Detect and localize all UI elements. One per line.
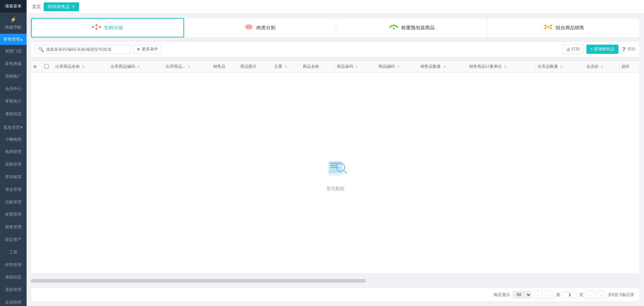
sidebar-item-basic-info[interactable]: 基础信息 <box>0 108 27 120</box>
sidebar-item-salary[interactable]: 工资 <box>0 246 27 259</box>
sidebar-item-wholesale-mgmt[interactable]: 批发管理 ▼ <box>0 122 27 133</box>
active-tab[interactable]: 特殊销售品 ✕ <box>44 2 79 11</box>
horizontal-scrollbar[interactable] <box>31 279 640 283</box>
sort-icon: ⇅ <box>285 65 287 68</box>
empty-icon <box>322 154 349 182</box>
svg-point-8 <box>396 26 398 28</box>
select-all-checkbox[interactable] <box>44 64 49 68</box>
main-content: 首页 特殊销售品 ✕ 生鲜分级 <box>27 0 644 306</box>
svg-point-10 <box>391 25 393 27</box>
empty-state: 暂无数据 <box>31 73 640 274</box>
svg-point-6 <box>389 26 391 28</box>
tab-meat-cutting[interactable]: 肉类分割 <box>184 18 336 37</box>
print-button[interactable]: 🖨 打印 <box>563 44 584 54</box>
sidebar-item-finance[interactable]: 资金管理 <box>0 183 27 196</box>
sidebar-item-retail-mgmt[interactable]: 零售管理 ▲ <box>0 34 27 45</box>
sidebar-logo[interactable]: 搜索菜单 <box>0 0 27 13</box>
sidebar-item-ecommerce-mgmt[interactable]: 电商管理 <box>0 146 27 158</box>
svg-point-14 <box>544 27 546 29</box>
sidebar-item-inventory[interactable]: 库存核算 <box>0 171 27 183</box>
data-table: ⚙ 出库商品名称 ⇅ 出库商品编码 ⇅ <box>31 61 640 73</box>
sidebar-item-system-mgmt[interactable]: 系统管理 <box>0 284 27 296</box>
sidebar-item-mini-ecommerce[interactable]: 小畅电商 <box>0 133 27 146</box>
first-page-button[interactable]: « <box>534 291 542 299</box>
th-out-qty[interactable]: 出库品数量 ⇅ <box>536 61 584 73</box>
sort-icon: ⇅ <box>82 65 85 68</box>
svg-point-2 <box>99 26 101 28</box>
th-member-price[interactable]: 会员价 ⇅ <box>584 61 619 73</box>
chevron-down-icon: ▼ <box>20 125 23 130</box>
sidebar-item-invoice-mgmt[interactable]: 发票管理 <box>0 208 27 221</box>
th-product-name[interactable]: 商品名称 <box>301 61 335 73</box>
sort-icon: ⇅ <box>443 65 446 68</box>
filter-icon: ▼ <box>136 47 140 52</box>
meat-cutting-icon <box>244 24 254 32</box>
th-product-barcode[interactable]: 商品条码 ⇅ <box>334 61 376 73</box>
th-out-product-name[interactable]: 出库商品名称 ⇅ <box>53 61 108 73</box>
sidebar-item-ops-mgmt[interactable]: 经营管理 <box>0 259 27 271</box>
page-size-select[interactable]: 10 20 50 100 <box>513 291 531 299</box>
weigh-package-icon <box>389 24 399 32</box>
sidebar: 搜索菜单 ⚡ 快捷导航 零售管理 ▲ 智慧门店 零售商城 营销推广 会员中心 零… <box>0 0 27 306</box>
scrollbar-thumb[interactable] <box>31 279 366 282</box>
sort-icon: ⇅ <box>504 65 507 68</box>
th-weight[interactable]: 主重 ⇅ <box>272 61 301 73</box>
search-box[interactable]: 🔍 <box>35 45 131 54</box>
column-setting-icon[interactable]: ⚙ <box>33 64 37 69</box>
svg-rect-21 <box>330 167 339 168</box>
svg-point-12 <box>544 25 546 27</box>
sidebar-item-enterprise[interactable]: 企业协同 <box>0 296 27 306</box>
sort-icon: ⇅ <box>601 65 603 68</box>
th-setting[interactable]: ⚙ <box>31 61 42 73</box>
toolbar: 🔍 ▼ 更多条件 🖨 打印 + 新增销售品 ❓ 帮助 <box>31 41 640 57</box>
sidebar-item-fixed-assets[interactable]: 固定资产 <box>0 233 27 246</box>
th-out-product-code[interactable]: 出库商品编码 ⇅ <box>108 61 163 73</box>
svg-point-15 <box>550 27 552 29</box>
last-page-button[interactable]: » <box>597 291 605 299</box>
svg-point-11 <box>394 25 396 27</box>
search-input[interactable] <box>46 47 128 52</box>
sort-icon: ⇅ <box>355 65 358 68</box>
combo-product-icon <box>543 24 553 32</box>
sidebar-item-purchase-mgmt[interactable]: 采购管理 <box>0 158 27 171</box>
tab-weigh-package[interactable]: 称重预包装商品 <box>336 18 488 37</box>
th-sales-unit[interactable]: 销售商品计量单位 ⇅ <box>467 61 535 73</box>
next-page-button[interactable]: › <box>586 291 594 299</box>
fresh-grading-icon <box>92 24 101 32</box>
sidebar-item-general-ledger[interactable]: 总账管理 <box>0 196 27 209</box>
topbar: 首页 特殊销售品 ✕ <box>27 0 644 14</box>
prev-page-button[interactable]: ‹ <box>545 291 553 299</box>
help-button[interactable]: ❓ 帮助 <box>621 46 635 52</box>
toolbar-right: 🖨 打印 + 新增销售品 ❓ 帮助 <box>563 44 635 54</box>
sidebar-item-basic-info2[interactable]: 基础信息 <box>0 271 27 284</box>
sidebar-item-tax-mgmt[interactable]: 税务管理 <box>0 221 27 233</box>
sidebar-item-quick-nav[interactable]: ⚡ 快捷导航 <box>0 13 27 34</box>
page-number-input[interactable] <box>563 291 576 298</box>
th-product-image[interactable]: 商品图片 <box>238 61 272 73</box>
sidebar-item-member-center[interactable]: 会员中心 <box>0 82 27 95</box>
th-out-product-spec[interactable]: 出库商品... ⇅ <box>163 61 211 73</box>
tab-fresh-grading[interactable]: 生鲜分级 <box>31 18 184 37</box>
sidebar-item-smart-store[interactable]: 智慧门店 <box>0 45 27 58</box>
sidebar-item-marketing[interactable]: 营销推广 <box>0 70 27 83</box>
tab-close-button[interactable]: ✕ <box>72 4 75 9</box>
toolbar-left: 🔍 ▼ 更多条件 <box>35 45 161 54</box>
sort-icon: ⇅ <box>560 65 563 68</box>
th-product-code[interactable]: 商品编码 ⇅ <box>376 61 418 73</box>
help-icon: ❓ <box>621 47 626 52</box>
th-sales-product[interactable]: 销售品 <box>211 61 238 73</box>
th-checkbox[interactable] <box>42 61 53 73</box>
sidebar-item-retail-mall[interactable]: 零售商城 <box>0 58 27 70</box>
filter-button[interactable]: ▼ 更多条件 <box>133 45 161 54</box>
table-header-row: ⚙ 出库商品名称 ⇅ 出库商品编码 ⇅ <box>31 61 640 73</box>
tab-combo-product[interactable]: 组合商品销售 <box>488 18 640 37</box>
th-sales-qty[interactable]: 销售品数量 ⇅ <box>418 61 467 73</box>
breadcrumb-home[interactable]: 首页 <box>32 4 41 10</box>
total-info: 共0页 0条记录 <box>608 292 634 298</box>
sidebar-item-retail-stats[interactable]: 零售统计 <box>0 95 27 108</box>
svg-point-3 <box>95 28 98 30</box>
table-container: ⚙ 出库商品名称 ⇅ 出库商品编码 ⇅ <box>31 61 640 274</box>
search-icon: 🔍 <box>38 47 44 52</box>
sort-icon: ⇅ <box>397 65 400 68</box>
new-sales-product-button[interactable]: + 新增销售品 <box>586 45 618 54</box>
